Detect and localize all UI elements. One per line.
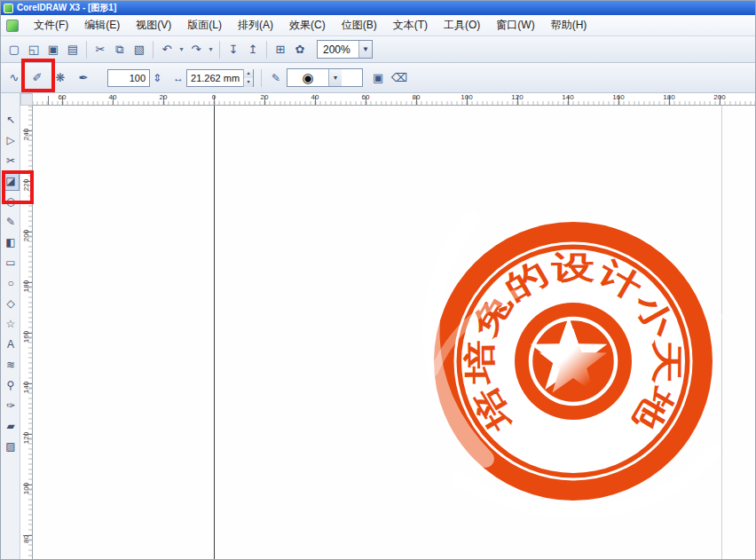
open-button[interactable]: ◱ [24, 40, 43, 59]
stroke-category-icon[interactable]: ✎ [272, 72, 280, 84]
redo-dropdown[interactable]: ▾ [206, 40, 216, 59]
paste-button[interactable]: ▧ [130, 40, 149, 59]
ruler-label: 200 [713, 93, 725, 101]
ruler-label: 20 [160, 93, 168, 101]
toolbox: ↖▷✂◪◎✎◧▭○◇☆A≋⚲✑▰▨ [1, 93, 20, 559]
media-type-icon: ∿ [10, 71, 20, 84]
cut-button[interactable]: ✂ [91, 40, 110, 59]
tool-icon: ◧ [5, 236, 15, 248]
brush-stroke-top-right [530, 211, 716, 317]
separator [86, 41, 87, 59]
stroke-width-icon: ↔ [173, 72, 184, 84]
app-icon [4, 4, 13, 13]
copy-button[interactable]: ⧉ [110, 40, 130, 59]
zoom-combobox[interactable]: 200% ▼ [317, 40, 373, 59]
crop-tool[interactable]: ✂ [2, 150, 20, 170]
save-button[interactable]: ▣ [43, 40, 63, 59]
calligraphic-button[interactable]: ✒ [74, 68, 93, 88]
menu-arrange[interactable]: 排列(A) [230, 15, 281, 35]
text-tool[interactable]: A [2, 334, 20, 354]
toolbar-button-icon: ◱ [28, 43, 39, 56]
stamp-outer-ring [434, 222, 713, 501]
media-type-icon: ❋ [56, 71, 66, 84]
menu-layout[interactable]: 版面(L) [179, 15, 230, 35]
ruler-label: 80 [413, 93, 421, 101]
toolbar-button-icon: ↧ [229, 43, 239, 56]
smoothing-field[interactable]: 100 [107, 69, 150, 87]
outline-tool[interactable]: ✑ [2, 395, 20, 415]
redo-button[interactable]: ↷ [186, 40, 206, 59]
tool-icon: ✂ [6, 154, 15, 167]
stamp-circular-text: 培培兔的设计小天地 [461, 249, 685, 439]
stroke-list-dropdown-icon[interactable]: ▾ [328, 69, 342, 86]
undo-dropdown[interactable]: ▾ [177, 40, 186, 59]
polygon-tool[interactable]: ◇ [2, 293, 20, 313]
export-button[interactable]: ↥ [243, 40, 263, 59]
stroke-list-combobox[interactable]: ◉ ▾ [287, 68, 363, 87]
toolbar-button-icon: ⊞ [276, 43, 286, 56]
tool-icon: ✑ [6, 399, 15, 412]
drawing-canvas[interactable]: 培培兔的设计小天地 [33, 106, 755, 559]
stroke-width-spinner[interactable]: ▴ ▾ [243, 69, 253, 87]
ruler-label: 160 [612, 93, 624, 101]
menu-bitmaps[interactable]: 位图(B) [334, 15, 385, 35]
menu-file[interactable]: 文件(F) [26, 15, 76, 35]
menu-effects[interactable]: 效果(C) [281, 15, 334, 35]
stamp-artwork: 培培兔的设计小天地 [33, 106, 755, 559]
eyedropper-tool[interactable]: ⚲ [2, 375, 20, 395]
menu-view[interactable]: 视图(V) [128, 15, 179, 35]
separator [153, 41, 154, 59]
ruler-label: 40 [109, 93, 117, 101]
tool-icon: ☆ [6, 318, 16, 330]
shape-tool[interactable]: ▷ [2, 130, 20, 150]
basic-shapes-tool[interactable]: ☆ [2, 313, 20, 334]
menu-items: 文件(F)编辑(E)视图(V)版面(L)排列(A)效果(C)位图(B)文本(T)… [26, 15, 595, 35]
menu-window[interactable]: 窗口(W) [488, 15, 542, 35]
menu-edit[interactable]: 编辑(E) [76, 15, 128, 35]
ruler-label: 120 [511, 93, 523, 101]
title-bar[interactable]: CorelDRAW X3 - [图形1] [1, 1, 756, 15]
new-button[interactable]: ▢ [4, 40, 24, 59]
ruler-label: 240 [22, 128, 30, 142]
spin-down-icon[interactable]: ▾ [244, 78, 253, 87]
toolbar-button-icon: ▤ [67, 43, 78, 56]
stroke-width-field[interactable]: 21.262 mm ▴ ▾ [186, 69, 254, 87]
ellipse-tool[interactable]: ○ [2, 272, 20, 293]
toolbar-button-icon: ↷ [192, 43, 201, 56]
interactive-fill-tool[interactable]: ▨ [2, 436, 20, 456]
tool-icon: ✎ [6, 216, 15, 228]
tool-icon: ▨ [5, 440, 15, 453]
smart-fill-tool[interactable]: ◧ [2, 232, 20, 252]
import-button[interactable]: ↧ [224, 40, 243, 59]
standard-toolbar: ▢◱▣▤✂⧉▧↶▾↷▾↧↥⊞✿ 200% ▼ [1, 36, 756, 63]
menu-help[interactable]: 帮助(H) [543, 15, 595, 35]
toolbar-button-icon: ✿ [295, 43, 305, 56]
interactive-blend-tool[interactable]: ≋ [2, 354, 20, 375]
zoom-dropdown-icon[interactable]: ▼ [358, 41, 372, 58]
horizontal-ruler[interactable]: 604020020406080100120140160180200 [33, 93, 755, 106]
ruler-label: 160 [22, 330, 30, 344]
toolbar-button-icon: ⧉ [115, 43, 123, 57]
toolbar-button-icon: ▣ [48, 43, 59, 56]
separator [219, 41, 220, 59]
toolbar-button-icon: ↥ [248, 43, 258, 56]
pick-tool[interactable]: ↖ [2, 109, 20, 130]
rectangle-tool[interactable]: ▭ [2, 252, 20, 272]
app-launcher-button[interactable]: ⊞ [271, 40, 290, 59]
undo-button[interactable]: ↶ [157, 40, 177, 59]
tool-icon: ▰ [6, 420, 14, 432]
smoothing-slider-icon[interactable]: ⇕ [153, 72, 161, 84]
toolbar-button-icon: ▾ [209, 45, 212, 53]
stroke-preview-icon: ◉ [287, 70, 328, 86]
freehand-tool[interactable]: ✎ [2, 211, 20, 232]
fill-tool[interactable]: ▰ [2, 415, 20, 436]
corel-online-button[interactable]: ✿ [290, 40, 310, 59]
save-stroke-button[interactable]: ▣ [368, 68, 388, 88]
delete-stroke-button[interactable]: ⌫ [390, 68, 409, 88]
separator [261, 69, 262, 87]
spin-up-icon[interactable]: ▴ [244, 69, 253, 78]
print-button[interactable]: ▤ [63, 40, 83, 59]
stroke-width-value: 21.262 mm [187, 73, 243, 83]
menu-tools[interactable]: 工具(O) [436, 15, 488, 35]
menu-text[interactable]: 文本(T) [385, 15, 436, 35]
